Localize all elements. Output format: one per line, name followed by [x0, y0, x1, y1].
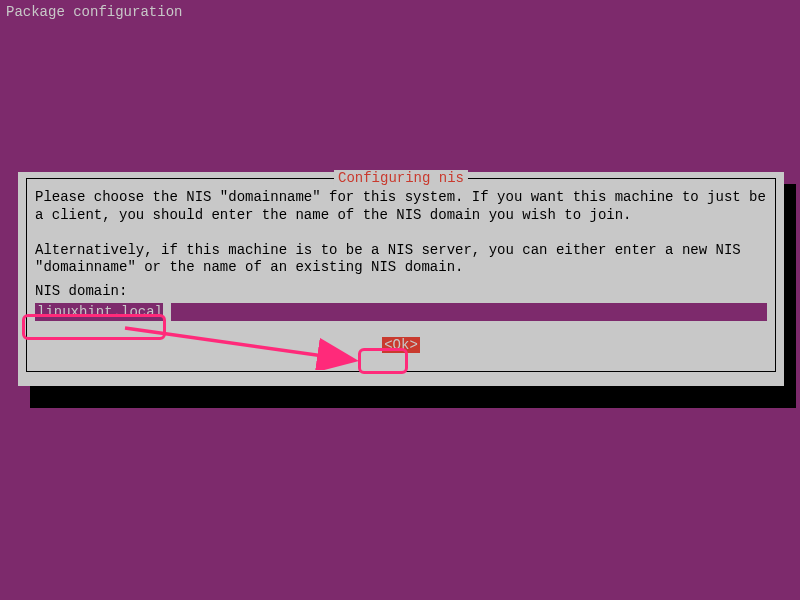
button-row: <Ok> — [35, 337, 767, 353]
ok-button[interactable]: <Ok> — [382, 337, 420, 353]
nis-domain-value: linuxhint.local — [37, 304, 163, 320]
dialog-frame: Configuring nis Please choose the NIS "d… — [26, 178, 776, 372]
dialog-title: Configuring nis — [334, 170, 468, 186]
dialog-body-text: Please choose the NIS "domainname" for t… — [35, 189, 767, 277]
page-header: Package configuration — [0, 0, 800, 24]
text-cursor — [163, 303, 171, 321]
page-title: Package configuration — [6, 4, 182, 20]
config-dialog: Configuring nis Please choose the NIS "d… — [18, 172, 784, 386]
input-prompt: NIS domain: — [35, 283, 767, 299]
nis-domain-input[interactable]: linuxhint.local — [35, 303, 767, 321]
